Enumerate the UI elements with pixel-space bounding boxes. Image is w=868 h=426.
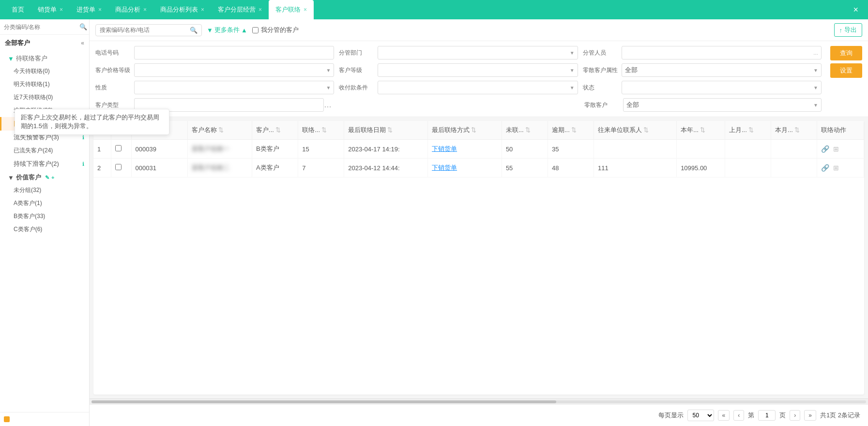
- more-conditions-btn[interactable]: ▼ 更多条件 ▲: [207, 26, 247, 34]
- next-page-btn[interactable]: ›: [790, 410, 800, 421]
- h-scrollbar-track[interactable]: [91, 400, 866, 403]
- last-method-col-header[interactable]: 最后联络方式⇅: [428, 121, 502, 140]
- sidebar-search-icon[interactable]: 🔍: [79, 23, 87, 30]
- nav-customer-contact[interactable]: 客户联络 ×: [269, 0, 314, 19]
- row1-last-method[interactable]: 下销货单: [428, 140, 502, 159]
- sidebar-item-tomorrow[interactable]: 明天待联络(1): [0, 78, 89, 91]
- value-customer-edit-icon[interactable]: ✎: [45, 175, 49, 181]
- sidebar-item-c-class[interactable]: C类客户(6): [0, 223, 89, 236]
- nav-purchase-order-close[interactable]: ×: [98, 6, 102, 13]
- contact2-col-header[interactable]: 往来单位联系人⇅: [594, 121, 677, 140]
- prev-page-btn[interactable]: ‹: [733, 410, 744, 421]
- row2-index: 2: [93, 159, 111, 177]
- h-scrollbar-thumb[interactable]: [91, 400, 556, 403]
- sidebar-item-today[interactable]: 今天待联络(0): [0, 65, 89, 78]
- export-btn[interactable]: ↑ 导出: [834, 23, 863, 37]
- nav-product-analysis[interactable]: 商品分析 ×: [108, 0, 153, 19]
- nav-sales-order-close[interactable]: ×: [60, 6, 63, 13]
- page-label: 第: [748, 411, 754, 420]
- value-customer-add-icon[interactable]: +: [51, 175, 54, 180]
- row2-overdue: 48: [548, 159, 594, 177]
- nav-sales-order[interactable]: 销货单 ×: [31, 0, 70, 19]
- first-page-btn[interactable]: «: [718, 410, 730, 421]
- filter-row-3: 性质 ▼ 收付款条件 ▼: [95, 81, 822, 94]
- contact-col-header[interactable]: 联络...⇅: [298, 121, 344, 140]
- this-month-col-header[interactable]: 本月...⇅: [771, 121, 817, 140]
- last-page-btn[interactable]: »: [804, 410, 816, 421]
- row1-grid-icon[interactable]: ⊞: [833, 145, 839, 153]
- name-col-header[interactable]: 客户名称⇅: [187, 121, 252, 140]
- last-month-col-header[interactable]: 上月...⇅: [725, 121, 771, 140]
- query-btn[interactable]: 查询: [830, 46, 862, 60]
- table-header-row: ⚙ 客户编码⇅ 客户名称⇅ 客户...⇅ 联络...⇅ 最后联络日期⇅ 最后联络…: [93, 121, 864, 140]
- per-page-select[interactable]: 50 20 100: [687, 410, 714, 421]
- row1-contact2: [594, 140, 677, 159]
- sidebar-group-value[interactable]: ▼ 价值客户 ✎ +: [0, 171, 89, 184]
- row2-last-method[interactable]: 下销货单: [428, 159, 502, 177]
- churn-warning-info-icon[interactable]: ℹ: [82, 134, 84, 141]
- nav-customer-segment-close[interactable]: ×: [259, 6, 262, 13]
- nav-customer-segment[interactable]: 客户分层经营 ×: [211, 0, 269, 19]
- sidebar-item-7days[interactable]: 近7天待联络(0): [0, 91, 89, 104]
- sidebar-collapse-btn[interactable]: «: [81, 40, 84, 46]
- page-input[interactable]: [758, 410, 776, 421]
- dept-select[interactable]: ▼: [378, 46, 578, 59]
- search-input[interactable]: [100, 27, 187, 33]
- sidebar-item-a-class[interactable]: A类客户(1): [0, 197, 89, 210]
- my-customers-check[interactable]: [252, 27, 259, 33]
- declining-info-icon[interactable]: ℹ: [82, 161, 84, 167]
- row2-link-icon[interactable]: 🔗: [821, 164, 829, 172]
- top-nav: 首页 销货单 × 进货单 × 商品分析 × 商品分析列表 × 客户分层经营 × …: [0, 0, 868, 19]
- sidebar-search-input[interactable]: [4, 24, 76, 30]
- nav-customer-contact-close[interactable]: ×: [304, 6, 307, 13]
- phone-input[interactable]: [134, 46, 334, 59]
- row1-cust-type: B类客户: [252, 140, 298, 159]
- nav-product-analysis-list-close[interactable]: ×: [201, 6, 204, 13]
- row2-contact: 7: [298, 159, 344, 177]
- sidebar: 🔍 全部客户 « ▼ 待联络客户 今天待联络(0) 明天待联络(1) 近7天待联…: [0, 19, 90, 426]
- row2-checkbox[interactable]: [111, 159, 131, 177]
- payment-select[interactable]: ▼: [378, 81, 578, 94]
- triangle-icon-value: ▼: [8, 174, 14, 181]
- row1-checkbox[interactable]: [111, 140, 131, 159]
- nav-purchase-order[interactable]: 进货单 ×: [70, 0, 108, 19]
- row1-select[interactable]: [115, 145, 122, 151]
- uncontact-col-header[interactable]: 未联...⇅: [502, 121, 548, 140]
- window-close-btn[interactable]: ×: [848, 5, 863, 15]
- row1-link-icon[interactable]: 🔗: [821, 145, 829, 153]
- search-btn-icon[interactable]: 🔍: [190, 27, 198, 34]
- row2-select[interactable]: [115, 164, 122, 170]
- row1-code: 000039: [131, 140, 187, 159]
- retail-cust-select[interactable]: 全部 ▼: [623, 98, 822, 112]
- last-date-col-header[interactable]: 最后联络日期⇅: [344, 121, 428, 140]
- cust-type-col-header[interactable]: 客户...⇅: [252, 121, 298, 140]
- row2-grid-icon[interactable]: ⊞: [833, 164, 839, 172]
- sidebar-item-churned[interactable]: 已流失客户(24): [0, 144, 89, 157]
- sidebar-bottom-indicator: [4, 416, 10, 422]
- nav-product-analysis-close[interactable]: ×: [143, 6, 147, 13]
- more-dots-btn[interactable]: …: [324, 101, 333, 109]
- sidebar-all-customers[interactable]: 全部客户 «: [0, 35, 89, 51]
- overdue-col-header[interactable]: 逾期...⇅: [548, 121, 594, 140]
- sidebar-item-declining[interactable]: 持续下滑客户(2) ℹ: [0, 157, 89, 171]
- cust-grade-select[interactable]: ▼: [378, 63, 578, 77]
- person-select[interactable]: …: [622, 46, 822, 59]
- setting-btn[interactable]: 设置: [830, 63, 862, 78]
- status-select[interactable]: ▼: [622, 81, 822, 94]
- my-customers-checkbox[interactable]: 我分管的客户: [252, 26, 299, 34]
- gender-select[interactable]: ▼: [134, 81, 334, 94]
- nav-product-analysis-list[interactable]: 商品分析列表 ×: [153, 0, 211, 19]
- retail-attr-select[interactable]: 全部 ▼: [622, 63, 822, 77]
- row2-this-month: [771, 159, 817, 177]
- nav-home[interactable]: 首页: [5, 0, 31, 19]
- sidebar-group-pending[interactable]: ▼ 待联络客户: [0, 51, 89, 65]
- price-grade-select[interactable]: ▼: [134, 63, 334, 77]
- this-year-col-header[interactable]: 本年...⇅: [677, 121, 725, 140]
- price-grade-field: 客户价格等级 ▼: [95, 63, 334, 77]
- h-scrollbar-area[interactable]: [90, 398, 868, 404]
- table-container: ⚙ 客户编码⇅ 客户名称⇅ 客户...⇅ 联络...⇅ 最后联络日期⇅ 最后联络…: [93, 121, 864, 395]
- sidebar-item-b-class[interactable]: B类客户(33): [0, 210, 89, 223]
- per-page-label: 每页显示: [658, 411, 684, 420]
- row2-action: 🔗 ⊞: [817, 159, 864, 177]
- sidebar-item-ungroup[interactable]: 未分组(32): [0, 184, 89, 197]
